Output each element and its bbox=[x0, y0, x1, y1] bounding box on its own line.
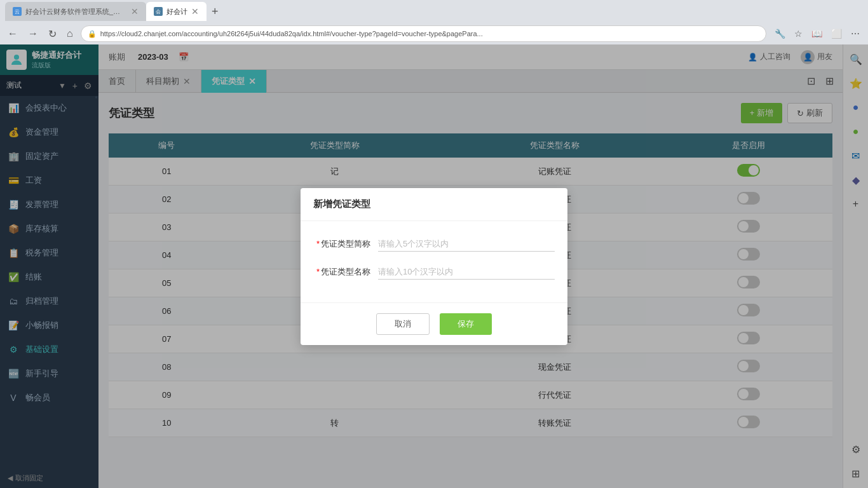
modal-footer: 取消 保存 bbox=[301, 302, 567, 345]
browser-tab-2[interactable]: 会 好会计 ✕ bbox=[146, 2, 207, 21]
form-label-abbr: *凭证类型简称 bbox=[313, 238, 370, 250]
tab2-title: 好会计 bbox=[166, 7, 187, 17]
input-name[interactable] bbox=[378, 264, 555, 280]
modal-header: 新增凭证类型 bbox=[301, 188, 567, 221]
save-button[interactable]: 保存 bbox=[440, 313, 492, 335]
tab-bar: 云 好会计云财务软件管理系统_会计 ✕ 会 好会计 ✕ + bbox=[0, 0, 868, 23]
form-row-name: *凭证类型名称 bbox=[313, 264, 555, 280]
url-box[interactable]: 🔒 https://cloud2.chanjet.com/accounting/… bbox=[81, 25, 766, 42]
tab1-close[interactable]: ✕ bbox=[131, 6, 139, 17]
required-name: * bbox=[316, 267, 320, 276]
new-tab-button[interactable]: + bbox=[207, 3, 224, 21]
form-label-name: *凭证类型名称 bbox=[313, 266, 370, 278]
tab1-title: 好会计云财务软件管理系统_会计 bbox=[25, 7, 127, 17]
forward-button[interactable]: → bbox=[25, 25, 41, 42]
extensions-button[interactable]: 🔧 bbox=[771, 27, 789, 41]
modal-title: 新增凭证类型 bbox=[313, 198, 370, 209]
lock-icon: 🔒 bbox=[88, 30, 97, 38]
required-abbr: * bbox=[316, 239, 320, 248]
url-text: https://cloud2.chanjet.com/accounting/uh… bbox=[100, 30, 483, 37]
refresh-button[interactable]: ↻ bbox=[46, 25, 59, 43]
modal-body: *凭证类型简称 *凭证类型名称 bbox=[301, 221, 567, 302]
home-button[interactable]: ⌂ bbox=[64, 25, 76, 42]
more-button[interactable]: ⋯ bbox=[848, 27, 863, 41]
reading-view-button[interactable]: 📖 bbox=[808, 27, 825, 41]
cancel-button[interactable]: 取消 bbox=[376, 313, 430, 335]
form-row-abbr: *凭证类型简称 bbox=[313, 236, 555, 252]
modal-overlay: 新增凭证类型 *凭证类型简称 *凭证类型名称 取消 保存 bbox=[0, 44, 868, 488]
browser-tab-1[interactable]: 云 好会计云财务软件管理系统_会计 ✕ bbox=[5, 2, 146, 21]
tab1-favicon: 云 bbox=[13, 7, 22, 16]
modal-dialog: 新增凭证类型 *凭证类型简称 *凭证类型名称 取消 保存 bbox=[301, 188, 567, 345]
tab2-close[interactable]: ✕ bbox=[191, 6, 199, 17]
back-button[interactable]: ← bbox=[5, 25, 20, 42]
browser-actions: 🔧 ☆ 📖 ⬜ ⋯ bbox=[771, 27, 863, 41]
input-abbr[interactable] bbox=[378, 236, 555, 252]
favorites-button[interactable]: ☆ bbox=[791, 27, 806, 41]
tab2-favicon: 会 bbox=[154, 7, 163, 16]
split-button[interactable]: ⬜ bbox=[828, 27, 845, 41]
address-bar: ← → ↻ ⌂ 🔒 https://cloud2.chanjet.com/acc… bbox=[0, 23, 868, 44]
